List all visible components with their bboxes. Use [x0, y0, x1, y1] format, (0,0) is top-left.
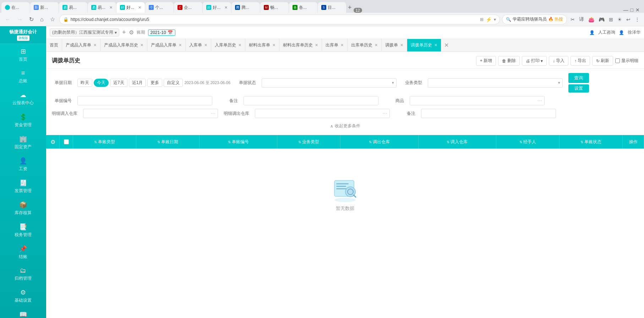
page-tab-close-in-order[interactable]: ✕: [204, 43, 207, 48]
home-button[interactable]: ⌂: [38, 15, 46, 24]
scissors-button[interactable]: ✂: [569, 15, 576, 24]
biz-type-filter-select[interactable]: ▾: [428, 78, 563, 88]
display-detail-checkbox[interactable]: [615, 58, 620, 63]
page-tab-close-product-in[interactable]: ✕: [93, 43, 97, 48]
goods-filter-dots[interactable]: ···: [537, 97, 542, 104]
address-lightning[interactable]: ⚡: [486, 17, 492, 22]
order-num-filter-input[interactable]: [77, 96, 212, 105]
th-date[interactable]: ⇅ 单账日期: [136, 135, 200, 149]
select-all-checkbox[interactable]: [64, 139, 69, 144]
detail-remark-filter-input[interactable]: [421, 109, 556, 118]
period-value[interactable]: 2021-10 📅: [148, 29, 175, 36]
browser-tab-12[interactable]: S 目...: [318, 2, 346, 13]
window-close[interactable]: ✕: [635, 7, 640, 13]
user-name[interactable]: 徐泽华: [628, 29, 640, 35]
th-checkbox[interactable]: [60, 135, 73, 149]
browser-tab-3[interactable]: 易 易...: [59, 2, 87, 13]
date-btn-custom[interactable]: 自定义: [164, 79, 183, 87]
sidebar-item-inventory[interactable]: 📦 库存核算: [0, 197, 46, 219]
sidebar-item-reports[interactable]: ☁ 云报表中心: [0, 88, 46, 110]
th-gear[interactable]: ⚙: [46, 135, 60, 149]
date-btn-yesterday[interactable]: 昨天: [77, 79, 92, 87]
sidebar-item-payroll[interactable]: 👤 工资: [0, 154, 46, 175]
browser-tab-5[interactable]: 好 好... ✕: [116, 2, 145, 13]
close-all-tabs-button[interactable]: ✕: [441, 42, 452, 49]
th-num[interactable]: ⇅ 单账编号: [200, 135, 277, 149]
page-tab-transfer-history[interactable]: 调拨单历史 ✕: [407, 39, 441, 52]
window-minimize[interactable]: —: [623, 7, 628, 13]
tab-close-5[interactable]: ✕: [138, 5, 141, 10]
page-tab-close-out-order[interactable]: ✕: [340, 43, 344, 48]
query-button[interactable]: 查询: [568, 73, 589, 83]
settings-company-button[interactable]: ⚙: [129, 29, 134, 36]
support-link[interactable]: 人工咨询: [598, 29, 615, 35]
page-tab-close-product-in-history[interactable]: ✕: [140, 43, 143, 48]
sidebar-item-invoice[interactable]: 🧾 发票管理: [0, 175, 46, 197]
delete-button[interactable]: 🗑 删除: [498, 56, 520, 66]
reload-button[interactable]: ↻: [27, 15, 36, 24]
page-tab-in-order[interactable]: 入库单 ✕: [186, 39, 211, 52]
detail-out-filter-dots[interactable]: ···: [383, 110, 387, 117]
browser-tab-10[interactable]: M 畅...: [260, 2, 289, 13]
sidebar-item-fixed-assets[interactable]: 🏢 固定资产: [0, 132, 46, 154]
page-tab-close-product-in2[interactable]: ✕: [179, 43, 182, 48]
brightness-button[interactable]: ☀: [616, 15, 623, 24]
game-button[interactable]: 🎮: [597, 15, 606, 24]
sidebar-item-archive[interactable]: 🗂 归档管理: [0, 263, 46, 285]
page-tab-material-out[interactable]: 材料出库单 ✕: [245, 39, 279, 52]
tab-close-4[interactable]: ✕: [109, 5, 113, 10]
browser-tab-11[interactable]: 各 各...: [289, 2, 317, 13]
date-btn-more[interactable]: 更多: [147, 79, 162, 87]
page-tab-close-material-out[interactable]: ✕: [272, 43, 275, 48]
browser-tab-1[interactable]: 在...: [1, 2, 30, 13]
page-tab-home[interactable]: 首页: [46, 39, 62, 52]
page-tab-close-material-out-history[interactable]: ✕: [315, 43, 318, 48]
page-tab-out-history[interactable]: 出库单历史 ✕: [348, 39, 382, 52]
import-button[interactable]: ↓ 导入: [549, 56, 568, 66]
detail-in-filter-select[interactable]: ···: [83, 109, 218, 118]
th-biz[interactable]: ⇅ 业务类型: [277, 135, 340, 149]
grid-button[interactable]: ⊞: [607, 15, 615, 24]
new-tab-button[interactable]: +: [346, 2, 353, 13]
bookmark-button[interactable]: ☆: [48, 15, 57, 24]
window-maximize[interactable]: □: [631, 7, 633, 13]
browser-tab-7[interactable]: C 企...: [174, 2, 202, 13]
export-button[interactable]: ↑ 导出: [571, 56, 590, 66]
detail-in-filter-dots[interactable]: ···: [211, 110, 215, 117]
sidebar-item-settings[interactable]: ⚙ 基础设置: [0, 285, 46, 307]
refresh-button[interactable]: ↻ 刷新: [592, 56, 613, 66]
page-tab-close-in-history[interactable]: ✕: [238, 43, 241, 48]
date-btn-7days[interactable]: 近7天: [110, 79, 127, 87]
address-bar-settings[interactable]: ⊞: [480, 17, 484, 22]
display-detail-checkbox-label[interactable]: 显示明细: [615, 58, 638, 64]
page-tab-product-in2[interactable]: 产成品入库单 ✕: [147, 39, 186, 52]
browser-tab-9[interactable]: 腾 腾...: [231, 2, 260, 13]
page-tab-close-transfer[interactable]: ✕: [400, 43, 403, 48]
th-out-warehouse[interactable]: ⇅ 调出仓库: [340, 135, 418, 149]
sidebar-item-guide[interactable]: 📖 新手引导: [0, 307, 46, 318]
page-tab-in-history[interactable]: 入库单历史 ✕: [211, 39, 245, 52]
company-select[interactable]: (勿删勿禁用）江西服宝测试专用 ▾: [50, 28, 119, 37]
history-back-button[interactable]: ↩: [625, 15, 632, 24]
page-tab-close-transfer-history[interactable]: ✕: [434, 43, 437, 48]
th-type[interactable]: ⇅ 单账类型: [73, 135, 136, 149]
address-dropdown[interactable]: ▾: [494, 17, 496, 22]
browser-tab-2[interactable]: 新 新...: [30, 2, 59, 13]
sidebar-item-tax[interactable]: 📑 税务管理: [0, 219, 46, 241]
date-btn-1month[interactable]: 近1月: [129, 79, 146, 87]
status-filter-select[interactable]: ▾: [262, 78, 397, 88]
page-tab-product-in-history[interactable]: 产成品入库单历史 ✕: [100, 39, 147, 52]
sidebar-item-home[interactable]: ⊞ 首页: [0, 44, 46, 66]
sidebar-item-closing[interactable]: 📌 结账: [0, 241, 46, 263]
add-company-button[interactable]: +: [122, 29, 126, 36]
wallet-button[interactable]: 👛: [587, 15, 596, 24]
sidebar-item-ledger[interactable]: ≡ 总账: [0, 66, 46, 88]
back-button[interactable]: ←: [3, 15, 13, 24]
settings-button[interactable]: 设置: [568, 84, 589, 93]
th-in-warehouse[interactable]: ⇅ 调入仓库: [419, 135, 496, 149]
goods-filter-select[interactable]: ···: [410, 96, 545, 105]
search-box[interactable]: 🔍 学霸应聘场驱鸟员 🔥 热搜: [502, 15, 567, 24]
page-tab-product-in[interactable]: 产成品入库单 ✕: [62, 39, 100, 52]
browser-tab-6[interactable]: 个 个...: [145, 2, 174, 13]
browser-tab-8[interactable]: 好 好... ✕: [203, 2, 231, 13]
